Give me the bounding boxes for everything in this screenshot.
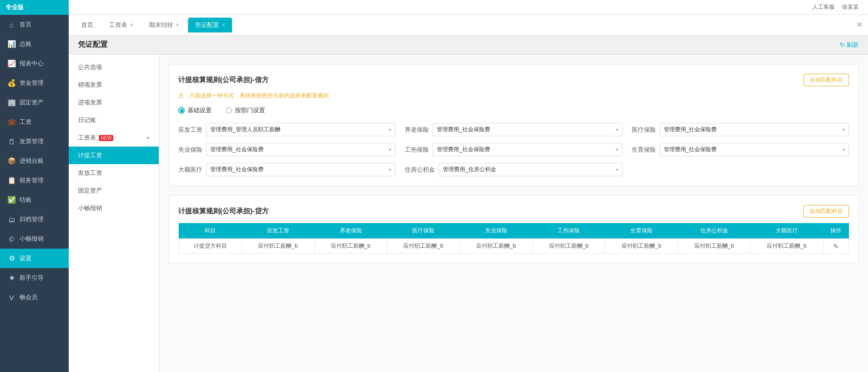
- cell-maternity: 应付职工薪酬_b: [605, 239, 678, 254]
- sidebar-item-asset[interactable]: 🏢 固定资产: [0, 93, 69, 112]
- col-medical: 医疗保险: [387, 223, 460, 239]
- credit-section-title: 计提核算规则(公司承担)-贷方: [178, 207, 269, 216]
- credit-section: 计提核算规则(公司承担)-贷方 自动匹配科目 科目 应发工资 养老保险 医疗保险…: [168, 195, 859, 263]
- left-nav-pay-salary[interactable]: 发放工资: [69, 164, 159, 182]
- sidebar-label-report: 报表中心: [19, 59, 44, 68]
- left-nav-xcreport-label: 小畅报销: [78, 204, 102, 212]
- main-panel: 计提核算规则(公司承担)-借方 自动匹配科目 注：只能选择一种方式，系统将按照您…: [159, 55, 868, 372]
- page-title: 凭证配置: [78, 40, 108, 50]
- sidebar-item-stock[interactable]: 📦 进销台账: [0, 151, 69, 171]
- sidebar-item-guide[interactable]: ★ 新手引导: [0, 268, 69, 288]
- tab-period-close[interactable]: ×: [176, 22, 179, 28]
- sidebar-item-ledger[interactable]: 📊 总账: [0, 34, 69, 54]
- sidebar-item-settings[interactable]: ⚙ 设置: [0, 249, 69, 268]
- sidebar-item-settle[interactable]: ✅ 结账: [0, 190, 69, 210]
- chevron-down-icon: ▾: [389, 127, 391, 132]
- sidebar-label-stock: 进销台账: [19, 157, 44, 165]
- sidebar: 专业版 ⌂ 首页 📊 总账 📈 报表中心 💰 资金管理 🏢 固定资产 💼 工资 …: [0, 0, 69, 372]
- field-pension-select[interactable]: 管理费用_社会保险费 ▾: [433, 123, 622, 136]
- stock-icon: 📦: [7, 157, 16, 165]
- tabs-bar: 首页 工资表 × 期末结转 × 凭证配置 × ✕: [69, 15, 868, 35]
- field-housing-label: 住房公积金: [405, 166, 435, 174]
- sidebar-item-xcreport[interactable]: © 小畅报销: [0, 229, 69, 249]
- field-unemployment-select[interactable]: 管理费用_社会保险费 ▾: [206, 143, 395, 156]
- tab-period[interactable]: 期末结转 ×: [142, 18, 186, 32]
- edit-icon[interactable]: ✎: [833, 243, 839, 250]
- radio-basic-dot: [180, 109, 183, 112]
- radio-dept[interactable]: 按部门设置: [226, 106, 265, 115]
- top-bar: 人工客服 徐某某: [69, 0, 868, 15]
- sidebar-item-invoice[interactable]: 🗒 发票管理: [0, 132, 69, 151]
- archive-icon: 🗂: [7, 216, 16, 224]
- col-housing: 住房公积金: [678, 223, 751, 239]
- debit-section-title: 计提核算规则(公司承担)-借方: [178, 76, 269, 84]
- left-nav-journal[interactable]: 日记账: [69, 111, 159, 129]
- field-maternity-value: 管理费用_社会保险费: [664, 146, 717, 154]
- tab-salary[interactable]: 工资表 ×: [102, 18, 140, 32]
- tab-voucher-close[interactable]: ×: [222, 22, 225, 28]
- radio-basic-label: 基础设置: [188, 106, 212, 115]
- chevron-down-icon: ▾: [389, 147, 391, 152]
- sidebar-item-salary[interactable]: 💼 工资: [0, 112, 69, 132]
- field-medical-select[interactable]: 管理费用_社会保险费 ▾: [660, 123, 849, 136]
- field-maternity: 生育保险 管理费用_社会保险费 ▾: [632, 143, 849, 156]
- field-housing-select[interactable]: 管理费用_住房公积金 ▾: [439, 163, 622, 176]
- xcreport-icon: ©: [7, 235, 16, 243]
- field-salary-select[interactable]: 管理费用_管理人员职工薪酬 ▾: [206, 123, 395, 136]
- sidebar-item-member[interactable]: V 畅会员: [0, 288, 69, 307]
- tab-voucher[interactable]: 凭证配置 ×: [188, 18, 232, 32]
- sidebar-label-ledger: 总账: [19, 40, 32, 48]
- sidebar-item-tax[interactable]: 📋 税务管理: [0, 171, 69, 190]
- debit-auto-match-button[interactable]: 自动匹配科目: [803, 74, 849, 86]
- sidebar-item-fund[interactable]: 💰 资金管理: [0, 73, 69, 93]
- left-nav-fixed-asset[interactable]: 固定资产: [69, 182, 159, 199]
- app-logo: 专业版: [0, 0, 69, 15]
- tab-period-label: 期末结转: [149, 21, 173, 29]
- field-maternity-select[interactable]: 管理费用_社会保险费 ▾: [660, 143, 849, 156]
- left-nav-salary-table[interactable]: 工资表 NEW ▾: [69, 129, 159, 147]
- field-pension-value: 管理费用_社会保险费: [437, 126, 490, 134]
- radio-basic-circle: [178, 107, 185, 114]
- sidebar-item-report[interactable]: 📈 报表中心: [0, 54, 69, 73]
- left-nav-debit-invoice-label: 进项发票: [78, 98, 102, 107]
- field-unemployment-value: 管理费用_社会保险费: [210, 146, 264, 154]
- tab-salary-label: 工资表: [109, 21, 127, 29]
- left-nav-credit-invoice-label: 销项发票: [78, 81, 102, 89]
- field-injury: 工伤保险 管理费用_社会保险费 ▾: [405, 143, 622, 156]
- sidebar-label-settings: 设置: [19, 254, 32, 263]
- left-nav-public[interactable]: 公共选项: [69, 58, 159, 76]
- chevron-down-icon: ▾: [842, 127, 845, 132]
- credit-auto-match-button[interactable]: 自动匹配科目: [803, 205, 849, 218]
- sidebar-label-settle: 结账: [19, 196, 32, 204]
- credit-table: 科目 应发工资 养老保险 医疗保险 失业保险 工伤保险 生育保险 住房公积金 大…: [178, 223, 849, 254]
- settle-icon: ✅: [7, 196, 16, 204]
- col-injury: 工伤保险: [532, 223, 605, 239]
- cell-action[interactable]: ✎: [823, 239, 849, 254]
- home-icon: ⌂: [7, 21, 16, 29]
- radio-basic[interactable]: 基础设置: [178, 106, 212, 115]
- left-nav-credit-invoice[interactable]: 销项发票: [69, 76, 159, 94]
- sidebar-item-archive[interactable]: 🗂 归档管理: [0, 210, 69, 229]
- tab-salary-close[interactable]: ×: [130, 22, 133, 28]
- left-nav-debit-invoice[interactable]: 进项发票: [69, 94, 159, 111]
- tab-home-label: 首页: [81, 21, 93, 29]
- sidebar-label-tax: 税务管理: [19, 176, 44, 185]
- refresh-button[interactable]: ↻ 刷新: [840, 41, 859, 49]
- sidebar-label-xcreport: 小畅报销: [19, 235, 44, 243]
- table-row: 计提贷方科目 应付职工薪酬_b 应付职工薪酬_b 应付职工薪酬_b 应付职工薪酬…: [179, 239, 849, 254]
- chevron-down-icon: ▾: [842, 147, 845, 152]
- tab-home[interactable]: 首页: [74, 18, 100, 32]
- field-unemployment: 失业保险 管理费用_社会保险费 ▾: [178, 143, 395, 156]
- field-injury-select[interactable]: 管理费用_社会保险费 ▾: [433, 143, 622, 156]
- sidebar-item-home[interactable]: ⌂ 首页: [0, 15, 69, 34]
- field-unemployment-label: 失业保险: [178, 146, 202, 154]
- debit-radio-group: 基础设置 按部门设置: [178, 106, 849, 115]
- window-close-btn[interactable]: ✕: [856, 20, 862, 29]
- field-pension: 养老保险 管理费用_社会保险费 ▾: [405, 123, 622, 136]
- cell-salary: 应付职工薪酬_b: [242, 239, 315, 254]
- left-nav-calc-salary[interactable]: 计提工资: [69, 147, 159, 164]
- col-major-medical: 大额医疗: [751, 223, 823, 239]
- field-major-medical-select[interactable]: 管理费用_社会保险费 ▾: [206, 163, 395, 176]
- left-nav-xcreport[interactable]: 小畅报销: [69, 199, 159, 217]
- field-salary-value: 管理费用_管理人员职工薪酬: [210, 126, 280, 134]
